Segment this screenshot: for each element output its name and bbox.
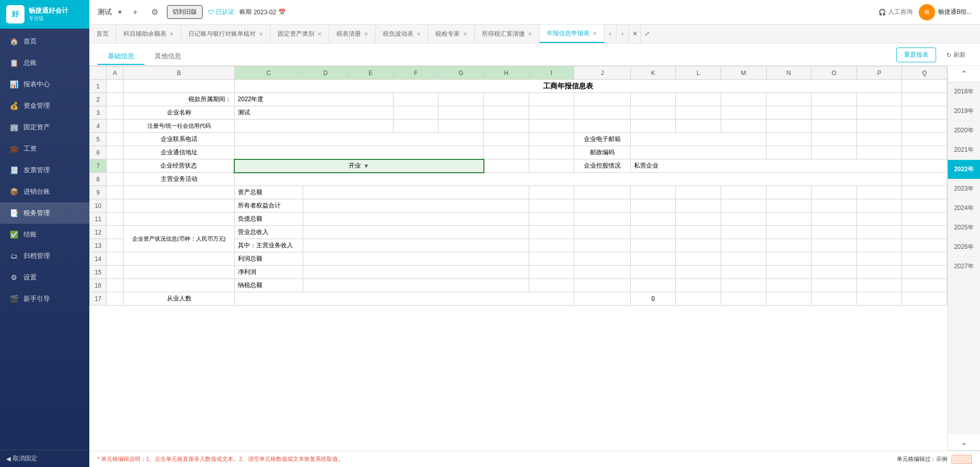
cell-15b[interactable] <box>124 266 234 279</box>
cell-13k[interactable] <box>630 239 676 252</box>
cell-14m[interactable] <box>721 252 766 266</box>
cell-16p[interactable] <box>856 279 902 292</box>
cell-9b[interactable] <box>124 186 234 199</box>
cell-13l[interactable] <box>676 239 721 252</box>
year-item-2020[interactable]: 2020年 <box>948 121 980 141</box>
cell-10d[interactable] <box>303 199 529 213</box>
cell-5h[interactable] <box>484 133 529 146</box>
tab-prev-button[interactable]: ‹ <box>604 25 617 43</box>
cell-3m[interactable] <box>721 106 766 120</box>
sidebar-item-assets[interactable]: 🏢 固定资产 <box>0 116 89 138</box>
cell-9m[interactable] <box>721 186 766 199</box>
tab-tax-list[interactable]: 税表清册 ✕ <box>329 25 376 43</box>
tab-close-icon[interactable]: ✕ <box>317 31 322 37</box>
cell-3a[interactable] <box>107 106 124 120</box>
cell-12k[interactable] <box>630 226 676 239</box>
cell-17c[interactable] <box>234 292 574 306</box>
year-item-2022[interactable]: 2022年 <box>948 160 980 179</box>
cell-2i[interactable] <box>529 93 574 106</box>
cell-7k[interactable]: 私营企业 <box>630 159 901 173</box>
cell-12n[interactable] <box>766 226 812 239</box>
cell-16n[interactable] <box>766 279 812 292</box>
sidebar-item-home[interactable]: 🏠 首页 <box>0 31 89 52</box>
cell-10b[interactable] <box>124 199 234 213</box>
cell-2f[interactable] <box>393 93 438 106</box>
sidebar-item-funds[interactable]: 💰 资金管理 <box>0 95 89 116</box>
sidebar-collapse-btn[interactable]: ◀ 取消固定 <box>0 450 89 467</box>
cell-16o[interactable] <box>812 279 857 292</box>
cell-16b[interactable] <box>124 279 234 292</box>
year-item-2024[interactable]: 2024年 <box>948 199 980 218</box>
cell-10p[interactable] <box>856 199 902 213</box>
cell-4n[interactable] <box>766 120 812 133</box>
cell-4h[interactable] <box>484 120 529 133</box>
cell-11q[interactable] <box>902 213 947 226</box>
cell-3g[interactable] <box>438 106 484 120</box>
cell-9l[interactable] <box>676 186 721 199</box>
cell-4g[interactable] <box>438 120 484 133</box>
cell-3p[interactable] <box>856 106 902 120</box>
cell-2k[interactable] <box>630 93 676 106</box>
cell-4j[interactable] <box>574 120 631 133</box>
reset-report-button[interactable]: 重置报表 <box>896 48 936 62</box>
cell-5q[interactable] <box>902 133 947 146</box>
cell-13a[interactable] <box>107 239 124 252</box>
cell-17n[interactable] <box>766 292 812 306</box>
tab-home[interactable]: 首页 <box>89 25 116 43</box>
cell-6o[interactable] <box>812 146 857 159</box>
cell-10n[interactable] <box>766 199 812 213</box>
year-item-2018[interactable]: 2018年 <box>948 82 980 102</box>
cell-9q[interactable] <box>902 186 947 199</box>
cell-9p[interactable] <box>856 186 902 199</box>
cell-14d[interactable] <box>303 252 529 266</box>
sidebar-item-invoice[interactable]: 🧾 发票管理 <box>0 159 89 181</box>
cell-9n[interactable] <box>766 186 812 199</box>
sidebar-item-purchases[interactable]: 📦 进销台账 <box>0 181 89 202</box>
cell-17k[interactable]: 0 <box>630 292 676 306</box>
refresh-button[interactable]: ↻ 刷新 <box>940 48 972 62</box>
tab-expand-button[interactable]: ⤢ <box>641 25 653 43</box>
cell-12o[interactable] <box>812 226 857 239</box>
cell-15a[interactable] <box>107 266 124 279</box>
cell-5n[interactable] <box>766 133 812 146</box>
cell-12j[interactable] <box>574 226 631 239</box>
cell-13p[interactable] <box>856 239 902 252</box>
cell-6n[interactable] <box>766 146 812 159</box>
cell-12m[interactable] <box>721 226 766 239</box>
cell-5c[interactable] <box>234 133 483 146</box>
cell-9a[interactable] <box>107 186 124 199</box>
cell-17m[interactable] <box>721 292 766 306</box>
sidebar-item-tax[interactable]: 📑 税务管理 <box>0 202 89 224</box>
year-panel-down[interactable]: ⌄ <box>948 434 980 451</box>
cell-15m[interactable] <box>721 266 766 279</box>
cell-14n[interactable] <box>766 252 812 266</box>
tab-close-icon[interactable]: ✕ <box>259 31 263 37</box>
cell-6k[interactable] <box>630 146 766 159</box>
cell-15d[interactable] <box>303 266 529 279</box>
cell-4l[interactable] <box>676 120 721 133</box>
tab-next-button[interactable]: › <box>617 25 629 43</box>
cell-7a[interactable] <box>107 159 124 173</box>
cell-10q[interactable] <box>902 199 947 213</box>
cell-3h[interactable] <box>484 106 529 120</box>
cell-13n[interactable] <box>766 239 812 252</box>
cell-3c[interactable]: 测试 <box>234 106 393 120</box>
cell-13d[interactable] <box>303 239 529 252</box>
cell-13j[interactable] <box>574 239 631 252</box>
cell-11k[interactable] <box>630 213 676 226</box>
sidebar-item-archive[interactable]: 🗂 归档管理 <box>0 245 89 267</box>
cell-4p[interactable] <box>856 120 902 133</box>
cell-6i[interactable] <box>529 146 574 159</box>
cell-6h[interactable] <box>484 146 529 159</box>
cell-5p[interactable] <box>856 133 902 146</box>
cell-13o[interactable] <box>812 239 857 252</box>
cell-9k[interactable] <box>630 186 676 199</box>
cell-11p[interactable] <box>856 213 902 226</box>
cell-4m[interactable] <box>721 120 766 133</box>
cell-17a[interactable] <box>107 292 124 306</box>
cell-16l[interactable] <box>676 279 721 292</box>
cell-2p[interactable] <box>856 93 902 106</box>
cell-2l[interactable] <box>676 93 721 106</box>
cell-2n[interactable] <box>766 93 812 106</box>
cell-14j[interactable] <box>574 252 631 266</box>
